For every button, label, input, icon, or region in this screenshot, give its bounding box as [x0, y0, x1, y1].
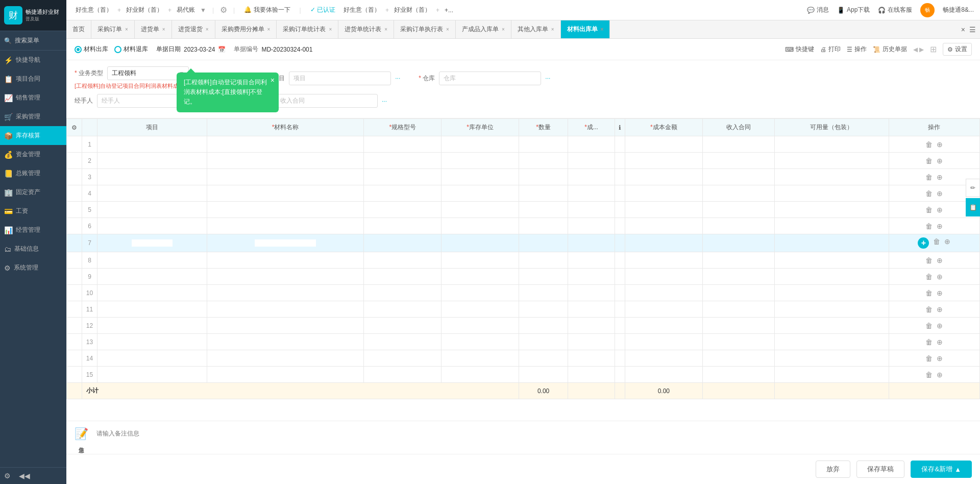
cell-available[interactable]: [774, 269, 889, 285]
tab-purchase-exec[interactable]: 采购订单执行表 ×: [394, 20, 456, 38]
sidebar-item-assets[interactable]: 🏢 固定资产: [0, 183, 66, 202]
cell-unit[interactable]: [442, 252, 519, 269]
cell-unit[interactable]: [442, 234, 519, 252]
sidebar-item-management[interactable]: 📊 经营管理: [0, 221, 66, 239]
cell-cost-amount[interactable]: [625, 318, 702, 334]
copy-row-icon[interactable]: ⊕: [937, 273, 943, 281]
tab-purchase-in-stats[interactable]: 进货单统计表 ×: [338, 20, 394, 38]
save-new-button[interactable]: 保存&新增 ▲: [911, 461, 972, 478]
copy-row-icon[interactable]: ⊕: [937, 338, 943, 346]
cell-cost[interactable]: [568, 285, 615, 301]
warehouse-more-icon[interactable]: ···: [545, 75, 550, 82]
cell-quantity[interactable]: [519, 367, 568, 383]
radio-material-return[interactable]: 材料退库: [114, 45, 148, 54]
delete-row-icon[interactable]: 🗑: [925, 173, 933, 181]
cell-income-contract[interactable]: [702, 185, 774, 202]
tab-close-icon[interactable]: ×: [125, 27, 128, 32]
cell-quantity[interactable]: [519, 334, 568, 350]
print-btn[interactable]: 🖨 打印: [820, 45, 841, 54]
sidebar-item-system[interactable]: ⚙ 系统管理: [0, 258, 66, 277]
cell-available[interactable]: [774, 301, 889, 318]
copy-row-icon[interactable]: ⊕: [937, 354, 943, 362]
cell-income-contract[interactable]: [702, 218, 774, 234]
cell-cost[interactable]: [568, 367, 615, 383]
copy-row-icon[interactable]: ⊕: [937, 173, 943, 181]
topnav-haoshengyi1[interactable]: 好生意（首）: [72, 4, 115, 16]
notes-input[interactable]: [94, 427, 972, 448]
cell-spec[interactable]: [364, 136, 442, 153]
topnav-yidaizhang[interactable]: 易代账: [174, 4, 198, 16]
cell-unit[interactable]: [442, 153, 519, 169]
cell-material[interactable]: [207, 218, 363, 234]
cell-income-contract[interactable]: [702, 318, 774, 334]
cell-quantity[interactable]: [519, 234, 568, 252]
cell-quantity[interactable]: [519, 301, 568, 318]
cell-unit[interactable]: [442, 350, 519, 367]
col-header-settings[interactable]: ⚙: [67, 119, 82, 136]
tab-close-icon[interactable]: ×: [601, 27, 604, 32]
settings-btn[interactable]: ⚙ 设置: [943, 43, 972, 56]
cell-project[interactable]: [97, 169, 207, 185]
cell-quantity[interactable]: [519, 218, 568, 234]
delete-row-icon[interactable]: 🗑: [925, 354, 933, 362]
cell-material[interactable]: [207, 185, 363, 202]
cell-spec[interactable]: [364, 285, 442, 301]
user-avatar[interactable]: 畅: [920, 3, 935, 17]
tab-close-icon[interactable]: ×: [206, 27, 209, 32]
cell-available[interactable]: [774, 318, 889, 334]
cell-unit[interactable]: [442, 136, 519, 153]
cell-spec[interactable]: [364, 234, 442, 252]
delete-row-icon[interactable]: 🗑: [925, 322, 933, 330]
cell-material[interactable]: [207, 153, 363, 169]
tooltip-close-btn[interactable]: ×: [271, 75, 275, 86]
cell-material[interactable]: [207, 285, 363, 301]
cell-cost-amount[interactable]: [625, 234, 702, 252]
cell-material[interactable]: [207, 318, 363, 334]
sidebar-item-purchase[interactable]: 🛒 采购管理: [0, 107, 66, 126]
cell-project[interactable]: [97, 350, 207, 367]
cell-cost[interactable]: [568, 202, 615, 218]
copy-row-icon[interactable]: ⊕: [937, 189, 943, 198]
delete-row-icon[interactable]: 🗑: [925, 305, 933, 313]
settings-gear-icon[interactable]: ⚙: [220, 5, 227, 15]
tab-close-icon[interactable]: ×: [162, 27, 165, 32]
sidebar-item-inventory[interactable]: 📦 库存核算: [0, 126, 66, 145]
cell-unit[interactable]: [442, 301, 519, 318]
delete-row-icon[interactable]: 🗑: [925, 289, 933, 297]
cell-unit[interactable]: [442, 185, 519, 202]
cell-project[interactable]: [97, 269, 207, 285]
cell-cost-amount[interactable]: [625, 153, 702, 169]
cell-quantity[interactable]: [519, 169, 568, 185]
tab-material-out[interactable]: 材料出库单 ×: [561, 20, 610, 38]
topnav-more[interactable]: +...: [442, 5, 456, 16]
cell-income-contract[interactable]: [702, 269, 774, 285]
sidebar-item-salary[interactable]: 💳 工资: [0, 202, 66, 221]
copy-row-icon[interactable]: ⊕: [937, 222, 943, 230]
sidebar-item-basic-info[interactable]: 🗂 基础信息: [0, 239, 66, 258]
material-cell-input[interactable]: [255, 239, 316, 247]
cell-cost[interactable]: [568, 169, 615, 185]
delete-row-icon[interactable]: 🗑: [925, 273, 933, 281]
cell-income-contract[interactable]: [702, 202, 774, 218]
copy-row-icon[interactable]: ⊕: [937, 322, 943, 330]
topnav-haoshengyi2[interactable]: 好生意（首）: [340, 4, 383, 16]
cell-spec[interactable]: [364, 301, 442, 318]
cell-available[interactable]: [774, 350, 889, 367]
cell-project[interactable]: [97, 218, 207, 234]
sidebar-item-finance[interactable]: 💰 资金管理: [0, 145, 66, 164]
cell-spec[interactable]: [364, 318, 442, 334]
cell-available[interactable]: [774, 136, 889, 153]
cell-cost-amount[interactable]: [625, 269, 702, 285]
cell-cost-amount[interactable]: [625, 136, 702, 153]
cell-cost-amount[interactable]: [625, 169, 702, 185]
copy-row-icon[interactable]: ⊕: [937, 206, 943, 214]
topnav-experience[interactable]: 🔔 我要体验一下: [241, 4, 293, 16]
tab-close-icon[interactable]: ×: [267, 27, 271, 32]
cell-project[interactable]: [97, 202, 207, 218]
cell-material[interactable]: [207, 350, 363, 367]
cell-material[interactable]: [207, 269, 363, 285]
cell-unit[interactable]: [442, 285, 519, 301]
income-contract-input[interactable]: 收入合同: [276, 94, 378, 108]
tab-home[interactable]: 首页: [66, 20, 91, 38]
tab-close-icon[interactable]: ×: [502, 27, 505, 32]
